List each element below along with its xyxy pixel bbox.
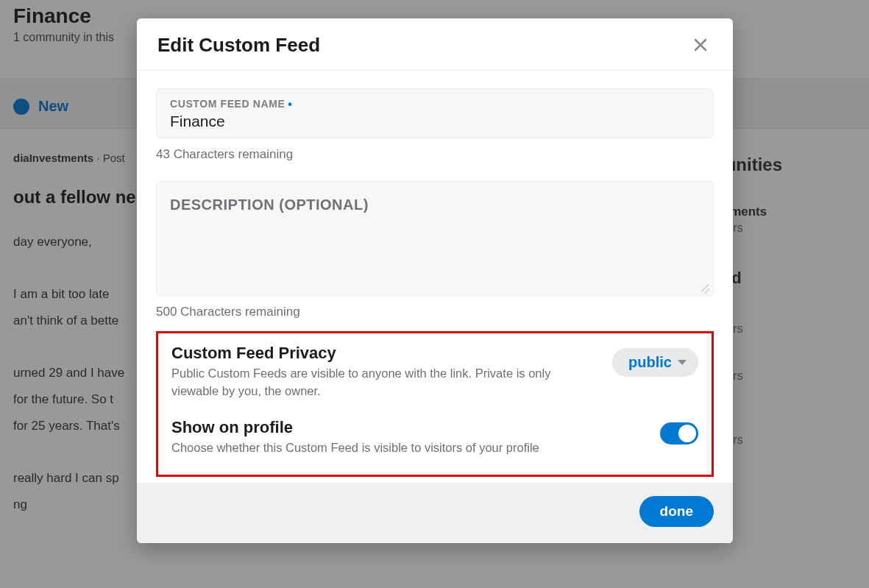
feed-name-field[interactable]: CUSTOM FEED NAME• — [156, 88, 714, 138]
feed-name-label: CUSTOM FEED NAME• — [170, 98, 700, 111]
done-button[interactable]: done — [639, 496, 714, 527]
edit-custom-feed-modal: Edit Custom Feed CUSTOM FEED NAME• 43 Ch… — [137, 18, 733, 543]
show-profile-desc: Choose whether this Custom Feed is visib… — [171, 439, 539, 457]
privacy-title: Custom Feed Privacy — [171, 344, 584, 363]
show-profile-title: Show on profile — [171, 418, 539, 437]
privacy-desc: Public Custom Feeds are visible to anyon… — [171, 365, 584, 400]
feed-name-counter: 43 Characters remaining — [156, 147, 714, 162]
highlighted-settings: Custom Feed Privacy Public Custom Feeds … — [156, 331, 714, 477]
modal-footer: done — [137, 483, 733, 543]
privacy-row: Custom Feed Privacy Public Custom Feeds … — [171, 344, 698, 400]
privacy-value: public — [628, 354, 672, 371]
description-textarea[interactable] — [157, 182, 713, 295]
description-field[interactable] — [156, 181, 714, 296]
toggle-knob — [678, 425, 696, 442]
description-counter: 500 Characters remaining — [156, 305, 714, 319]
modal-header: Edit Custom Feed — [137, 18, 733, 71]
feed-name-input[interactable] — [170, 113, 700, 130]
close-icon — [692, 36, 709, 54]
show-profile-toggle[interactable] — [660, 422, 698, 444]
modal-body: CUSTOM FEED NAME• 43 Characters remainin… — [137, 71, 733, 483]
modal-title: Edit Custom Feed — [157, 34, 320, 57]
close-button[interactable] — [689, 33, 712, 57]
privacy-dropdown[interactable]: public — [612, 348, 698, 377]
chevron-down-icon — [678, 360, 687, 365]
show-on-profile-row: Show on profile Choose whether this Cust… — [171, 418, 698, 457]
